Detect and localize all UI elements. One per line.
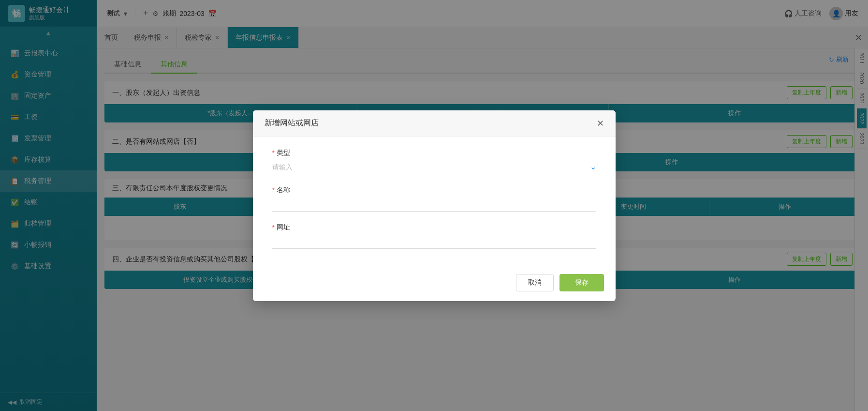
form-label-name: * 名称 <box>272 186 596 195</box>
required-star-name: * <box>272 186 275 194</box>
modal-close-button[interactable]: ✕ <box>597 118 604 129</box>
type-input[interactable] <box>272 163 596 171</box>
save-button[interactable]: 保存 <box>559 274 604 291</box>
label-url-text: 网址 <box>277 223 290 232</box>
label-type-text: 类型 <box>277 149 290 157</box>
form-row-name: * 名称 <box>272 186 596 212</box>
form-label-type: * 类型 <box>272 149 596 157</box>
form-row-url: * 网址 <box>272 223 596 249</box>
cancel-button[interactable]: 取消 <box>516 274 554 291</box>
modal-header: 新增网站或网店 ✕ <box>253 110 616 137</box>
name-input-wrapper <box>272 198 596 212</box>
url-input[interactable] <box>272 238 596 245</box>
name-input[interactable] <box>272 200 596 208</box>
modal-title: 新增网站或网店 <box>265 118 319 128</box>
label-name-text: 名称 <box>277 186 290 195</box>
modal-footer: 取消 保存 <box>253 268 616 301</box>
form-label-url: * 网址 <box>272 223 596 232</box>
type-input-wrapper: ⌄ <box>272 160 596 174</box>
required-star-url: * <box>272 224 275 231</box>
type-dropdown-icon[interactable]: ⌄ <box>590 162 596 171</box>
form-row-type: * 类型 ⌄ <box>272 149 596 174</box>
required-star-type: * <box>272 149 275 157</box>
add-website-modal: 新增网站或网店 ✕ * 类型 ⌄ * 名称 <box>253 110 616 301</box>
modal-body: * 类型 ⌄ * 名称 * 网址 <box>253 137 616 268</box>
url-input-wrapper <box>272 235 596 249</box>
